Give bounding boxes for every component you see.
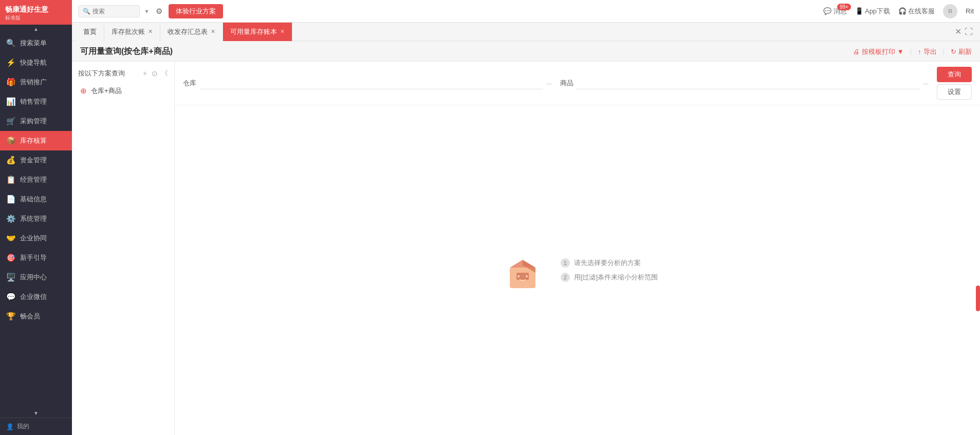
tip-num-1: 1 (561, 258, 570, 268)
sidebar-item-label-12: 应用中心 (20, 273, 47, 282)
app-sub: 标准版 (5, 14, 67, 22)
sidebar-item-企业微信[interactable]: 💬企业微信 (0, 287, 72, 307)
username-label[interactable]: Rit (966, 7, 974, 15)
tab-1[interactable]: 库存批次账✕ (104, 23, 160, 41)
sidebar-item-label-8: 基础信息 (20, 195, 47, 204)
content-wrapper: 按以下方案查询 ＋ ⊙ 《 ⊕仓库+商品 仓库 ··· (72, 62, 980, 435)
print-button[interactable]: 🖨 按模板打印 ▼ (853, 47, 904, 56)
search-input[interactable] (93, 8, 134, 15)
export-icon: ↑ (918, 48, 921, 55)
refresh-button[interactable]: ↻ 刷新 (951, 47, 972, 56)
tip-text-2: 用[过滤]条件来缩小分析范围 (574, 273, 658, 282)
sidebar-item-应用中心[interactable]: 🖥️应用中心 (0, 268, 72, 287)
gear-icon[interactable]: ⚙ (154, 7, 164, 16)
sidebar-item-系统管理[interactable]: ⚙️系统管理 (0, 209, 72, 229)
empty-tips: 1 请先选择要分析的方案 2 用[过滤]条件来缩小分析范围 (561, 258, 658, 282)
svg-point-4 (517, 275, 520, 277)
export-button[interactable]: ↑ 导出 (918, 47, 937, 56)
online-service-button[interactable]: 🎧 在线客服 (898, 7, 935, 16)
sidebar-item-销售管理[interactable]: 📊销售管理 (0, 92, 72, 111)
tabbar-actions: ✕ ⛶ (955, 27, 976, 36)
sidebar-item-采购管理[interactable]: 🛒采购管理 (0, 111, 72, 131)
message-icon: 💬 (823, 7, 831, 15)
main-area: 🔍 ▼ ⚙ 体验行业方案 💬 消息 99+ 📱 App下载 🎧 在线客服 R R… (72, 0, 980, 435)
warehouse-field: 仓库 ··· (183, 77, 552, 89)
message-button[interactable]: 💬 消息 99+ (823, 7, 847, 16)
warehouse-input[interactable] (199, 77, 543, 89)
tab-3[interactable]: 可用量库存账本✕ (223, 23, 292, 41)
sidebar-icon-7: 📋 (6, 175, 16, 184)
divider2: | (943, 48, 945, 55)
goods-input[interactable] (577, 77, 920, 89)
search-icon: 🔍 (83, 8, 90, 15)
sidebar-item-畅会员[interactable]: 🏆畅会员 (0, 307, 72, 326)
filter-item-0[interactable]: ⊕仓库+商品 (72, 82, 174, 100)
sidebar-scroll-down[interactable]: ▼ (0, 409, 72, 418)
tab-0[interactable]: 首页 (76, 23, 104, 41)
sidebar-item-label-9: 系统管理 (20, 214, 47, 223)
add-filter-button[interactable]: ＋ (141, 69, 149, 78)
person-icon: 👤 (6, 423, 14, 430)
sidebar-item-资金管理[interactable]: 💰资金管理 (0, 150, 72, 170)
empty-illustration (497, 244, 548, 296)
page-title: 可用量查询(按仓库+商品) (80, 46, 173, 57)
tab-close-icon-2[interactable]: ✕ (211, 28, 215, 35)
sidebar-item-搜索菜单[interactable]: 🔍搜索菜单 (0, 33, 72, 53)
tab-label-1: 库存批次账 (112, 27, 145, 36)
sidebar-icon-6: 💰 (6, 156, 16, 165)
sidebar-item-新手引导[interactable]: 🎯新手引导 (0, 248, 72, 268)
sidebar-bottom-label: 我的 (17, 422, 29, 431)
tab-label-0: 首页 (83, 27, 97, 36)
tab-close-icon-3[interactable]: ✕ (280, 28, 285, 35)
topbar-search-area[interactable]: 🔍 (78, 5, 140, 17)
empty-state: 1 请先选择要分析的方案 2 用[过滤]条件来缩小分析范围 (175, 105, 980, 435)
right-scrollbar[interactable] (976, 286, 980, 311)
sidebar-item-快捷导航[interactable]: ⚡快捷导航 (0, 53, 72, 72)
maximize-tab-button[interactable]: ⛶ (965, 27, 973, 36)
sidebar-item-label-6: 资金管理 (20, 156, 47, 165)
page-header-actions: 🖨 按模板打印 ▼ | ↑ 导出 | ↻ 刷新 (853, 47, 972, 56)
goods-more-icon[interactable]: ··· (923, 80, 929, 87)
query-buttons: 查询 设置 (937, 67, 972, 100)
warehouse-more-icon[interactable]: ··· (546, 80, 552, 87)
settings-button[interactable]: 设置 (937, 84, 972, 100)
close-tab-button[interactable]: ✕ (955, 27, 961, 36)
sidebar-item-企业协同[interactable]: 🤝企业协同 (0, 229, 72, 248)
avatar: R (943, 4, 957, 18)
query-button[interactable]: 查询 (937, 67, 972, 82)
query-bar: 仓库 ··· 商品 ··· 查询 设置 (175, 62, 980, 105)
sidebar-icon-9: ⚙️ (6, 214, 16, 223)
goods-field: 商品 ··· (560, 77, 929, 89)
sidebar-scroll-up[interactable]: ▲ (0, 25, 72, 33)
sidebar-bottom-item[interactable]: 👤 我的 (0, 418, 72, 435)
tab-2[interactable]: 收发存汇总表✕ (160, 23, 223, 41)
tabbar: 首页库存批次账✕收发存汇总表✕可用量库存账本✕ ✕ ⛶ (72, 23, 980, 41)
chevron-print-icon[interactable]: ▼ (897, 48, 904, 55)
sidebar-icon-11: 🎯 (6, 253, 16, 262)
sidebar-item-label-11: 新手引导 (20, 253, 47, 262)
chevron-down-icon[interactable]: ▼ (144, 8, 150, 14)
filter-panel-title: 按以下方案查询 (78, 69, 125, 78)
export-label: 导出 (923, 47, 937, 56)
app-dl-label: App下载 (865, 7, 890, 16)
sidebar-item-label-0: 搜索菜单 (20, 39, 47, 48)
sidebar-item-基础信息[interactable]: 📄基础信息 (0, 190, 72, 209)
sidebar-icon-1: ⚡ (6, 58, 16, 67)
collapse-filter-button[interactable]: 《 (161, 69, 168, 78)
page-header: 可用量查询(按仓库+商品) 🖨 按模板打印 ▼ | ↑ 导出 | ↻ 刷新 (72, 41, 980, 62)
sidebar-item-label-13: 企业微信 (20, 292, 47, 301)
tab-label-2: 收发存汇总表 (168, 27, 208, 36)
sidebar-item-label-4: 采购管理 (20, 117, 47, 126)
svg-point-5 (526, 275, 528, 277)
sidebar-item-经营管理[interactable]: 📋经营管理 (0, 170, 72, 190)
filter-settings-button[interactable]: ⊙ (152, 69, 158, 78)
sidebar: 畅康通好生意 标准版 ▲ 🔍搜索菜单⚡快捷导航🎁营销推广📊销售管理🛒采购管理📦库… (0, 0, 72, 435)
sidebar-item-营销推广[interactable]: 🎁营销推广 (0, 72, 72, 92)
filter-panel: 按以下方案查询 ＋ ⊙ 《 ⊕仓库+商品 (72, 62, 175, 435)
app-download-button[interactable]: 📱 App下载 (855, 7, 890, 16)
tab-close-icon-1[interactable]: ✕ (148, 28, 153, 35)
trial-button[interactable]: 体验行业方案 (169, 4, 223, 18)
sidebar-icon-2: 🎁 (6, 78, 16, 87)
sidebar-item-库存核算[interactable]: 📦库存核算 (0, 131, 72, 150)
sidebar-icon-0: 🔍 (6, 39, 16, 48)
